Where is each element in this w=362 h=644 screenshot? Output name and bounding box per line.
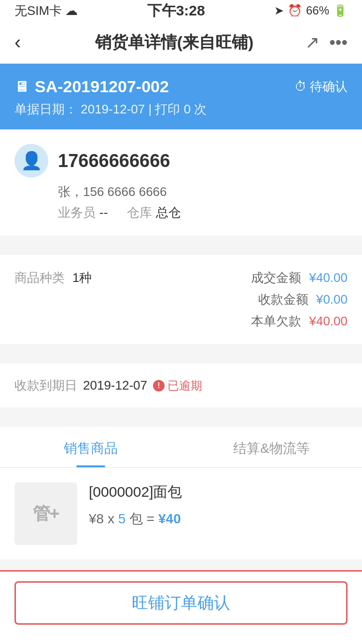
order-status: ⏱ 待确认 (294, 78, 348, 95)
order-number-text: SA-20191207-002 (35, 77, 169, 96)
due-card: 收款到期日 2019-12-07 ! 已逾期 (0, 364, 362, 407)
alarm-icon: ⏰ (288, 4, 302, 17)
date-label: 单据日期： (14, 102, 77, 116)
amount-value-3: ¥40.00 (309, 314, 348, 329)
product-list: 管+ [0000002]面包 ¥8 x 5 包 = ¥40 (0, 468, 362, 560)
status-text: 待确认 (310, 78, 348, 95)
customer-name-phone: 张，156 6666 6666 (58, 183, 348, 200)
customer-card: 👤 17666666666 张，156 6666 6666 业务员 -- 仓库 … (0, 129, 362, 236)
salesman-label: 业务员 (58, 204, 96, 221)
status-right: ➤ ⏰ 66% 🔋 (274, 4, 348, 17)
product-name: [0000002]面包 (89, 482, 348, 502)
confirm-order-button[interactable]: 旺铺订单确认 (14, 581, 348, 625)
type-label: 商品种类 (14, 269, 65, 286)
back-button[interactable]: ‹ (14, 31, 43, 53)
product-thumb-inner: 管+ (33, 502, 58, 526)
tab-sales-products[interactable]: 销售商品 (0, 427, 181, 467)
page-title: 销货单详情(来自旺铺) (43, 31, 305, 54)
product-thumbnail: 管+ (14, 482, 77, 545)
battery-text: 66% (306, 4, 329, 17)
amount-row-2: 收款金额 ¥0.00 (258, 291, 348, 308)
salesman-info: 业务员 -- (58, 204, 108, 221)
product-item: 管+ [0000002]面包 ¥8 x 5 包 = ¥40 (0, 468, 362, 560)
order-header-top: 🖥 SA-20191207-002 ⏱ 待确认 (14, 77, 348, 96)
product-logo: 管+ (33, 502, 58, 526)
divider-3 (0, 417, 362, 427)
type-value: 1种 (72, 269, 92, 286)
order-header: 🖥 SA-20191207-002 ⏱ 待确认 单据日期： 2019-12-07… (0, 64, 362, 129)
amount-label-2: 收款金额 (258, 291, 308, 308)
amount-row-1: 成交金额 ¥40.00 (251, 269, 348, 286)
amount-label-3: 本单欠款 (251, 313, 301, 330)
product-unit: 包 (129, 511, 143, 526)
warehouse-label: 仓库 (127, 204, 152, 221)
summary-left: 商品种类 1种 (14, 269, 251, 286)
product-qty: 5 (118, 511, 126, 526)
avatar-icon: 👤 (21, 151, 42, 171)
share-icon[interactable]: ↗︎ (305, 32, 320, 53)
no-sim-text: 无SIM卡 ☁ (14, 2, 78, 19)
status-time: 下午3:28 (147, 1, 205, 21)
amount-row-3: 本单欠款 ¥40.00 (251, 313, 348, 330)
tab-bar: 销售商品 结算&物流等 (0, 427, 362, 468)
amount-value-1: ¥40.00 (309, 270, 348, 285)
order-date-line: 单据日期： 2019-12-07 | 打印 0 次 (14, 101, 348, 118)
nav-actions: ↗︎ ••• (305, 32, 348, 53)
product-equals: = (147, 511, 158, 526)
tab-settlement[interactable]: 结算&物流等 (181, 427, 362, 467)
amount-label-1: 成交金额 (251, 269, 301, 286)
warehouse-value: 总仓 (156, 204, 181, 221)
order-number: 🖥 SA-20191207-002 (14, 77, 169, 96)
battery-icon: 🔋 (333, 4, 348, 17)
product-total: ¥40 (158, 511, 181, 526)
overdue-badge: ! 已逾期 (153, 378, 202, 393)
customer-avatar: 👤 (14, 144, 48, 178)
summary-card: 商品种类 1种 成交金额 ¥40.00 收款金额 ¥0.00 本单欠款 ¥40.… (0, 255, 362, 344)
product-title: 面包 (153, 484, 182, 500)
salesman-value: -- (99, 205, 108, 220)
divider-2 (0, 354, 362, 364)
order-date: 2019-12-07 (81, 102, 145, 116)
customer-phone[interactable]: 17666666666 (58, 151, 170, 171)
amount-value-2: ¥0.00 (316, 292, 348, 307)
customer-meta: 业务员 -- 仓库 总仓 (58, 204, 348, 221)
status-left: 无SIM卡 ☁ (14, 2, 78, 19)
more-icon[interactable]: ••• (329, 32, 348, 53)
product-multiply: x (108, 511, 118, 526)
warehouse-info: 仓库 总仓 (127, 204, 181, 221)
overdue-text: 已逾期 (167, 378, 202, 393)
status-bar: 无SIM卡 ☁ 下午3:28 ➤ ⏰ 66% 🔋 (0, 0, 362, 21)
product-price: ¥8 (89, 511, 104, 526)
product-info: [0000002]面包 ¥8 x 5 包 = ¥40 (89, 482, 348, 528)
nav-bar: ‹ 销货单详情(来自旺铺) ↗︎ ••• (0, 21, 362, 64)
location-icon: ➤ (274, 4, 284, 17)
overdue-dot-icon: ! (153, 380, 165, 392)
product-price-row: ¥8 x 5 包 = ¥40 (89, 510, 348, 528)
status-time-icon: ⏱ (294, 79, 307, 94)
order-icon: 🖥 (14, 79, 29, 95)
customer-row: 👤 17666666666 (14, 144, 348, 178)
due-date-value: 2019-12-07 (83, 378, 147, 393)
summary-right: 成交金额 ¥40.00 收款金额 ¥0.00 本单欠款 ¥40.00 (251, 269, 348, 330)
divider-1 (0, 245, 362, 255)
due-label: 收款到期日 (14, 377, 77, 394)
print-info: | 打印 0 次 (148, 102, 207, 116)
bottom-bar: 旺铺订单确认 (0, 570, 362, 644)
product-code: [0000002] (89, 484, 153, 500)
